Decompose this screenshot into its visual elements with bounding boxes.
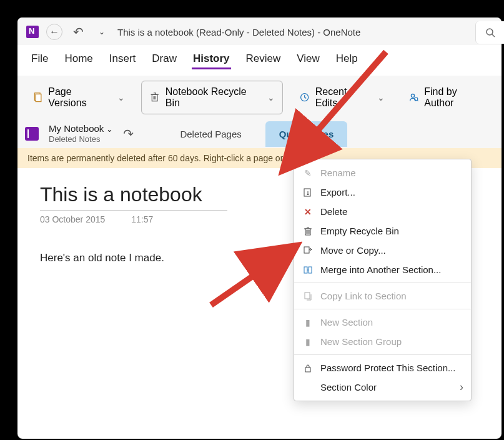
trash-icon xyxy=(149,92,160,103)
find-by-author-button[interactable]: Find by Author xyxy=(401,81,494,114)
find-author-label: Find by Author xyxy=(424,86,487,109)
menu-insert[interactable]: Insert xyxy=(108,51,137,69)
notebook-selector[interactable]: My Notebook Deleted Notes xyxy=(49,123,113,144)
notebook-name: My Notebook xyxy=(49,123,113,134)
search-icon xyxy=(485,28,495,38)
section-context-menu: ✎ Rename Export... ✕ Delete Empty Recycl… xyxy=(294,159,472,401)
color-icon xyxy=(303,382,313,392)
onenote-window: ← ↶ ⌄ This is a notebook (Read-Only - De… xyxy=(17,18,502,439)
svg-rect-12 xyxy=(305,368,310,372)
ctx-rename: ✎ Rename xyxy=(294,163,471,182)
annotation-arrow-2 xyxy=(205,242,305,320)
ctx-export[interactable]: Export... xyxy=(294,182,471,202)
rename-icon: ✎ xyxy=(303,168,313,178)
page-time: 11:57 xyxy=(131,214,153,224)
ctx-new-section: ▮ New Section xyxy=(294,312,471,332)
export-icon xyxy=(303,188,313,198)
page-versions-button[interactable]: Page Versions xyxy=(25,81,132,114)
find-author-icon xyxy=(408,92,419,103)
menu-home[interactable]: Home xyxy=(63,51,94,69)
ctx-new-section-group: ▮ New Section Group xyxy=(294,332,471,351)
separator xyxy=(294,282,471,283)
svg-line-16 xyxy=(211,249,292,305)
svg-rect-1 xyxy=(36,94,41,101)
tab-deleted-pages[interactable]: Deleted Pages xyxy=(166,121,255,147)
banner-text: Items are permanently deleted after 60 d… xyxy=(27,153,283,163)
svg-rect-6 xyxy=(304,189,310,196)
svg-point-4 xyxy=(411,94,414,97)
notebook-bar: My Notebook Deleted Notes ↶ Deleted Page… xyxy=(17,119,502,148)
undo-button[interactable]: ↶ xyxy=(70,24,86,40)
trash-icon xyxy=(303,226,313,236)
page-title[interactable]: This is a notebook xyxy=(40,183,227,211)
notebook-sub: Deleted Notes xyxy=(49,134,113,144)
menu-review[interactable]: Review xyxy=(245,51,282,69)
ctx-delete[interactable]: ✕ Delete xyxy=(294,202,471,221)
search-button[interactable] xyxy=(475,21,504,44)
ctx-copy-link: Copy Link to Section xyxy=(294,286,471,306)
recycle-bin-button[interactable]: Notebook Recycle Bin xyxy=(141,81,283,114)
window-title: This is a notebook (Read-Only - Deleted … xyxy=(117,27,360,38)
svg-rect-11 xyxy=(305,292,310,299)
titlebar: ← ↶ ⌄ This is a notebook (Read-Only - De… xyxy=(17,18,502,45)
ctx-empty-recycle-bin[interactable]: Empty Recycle Bin xyxy=(294,221,471,241)
recycle-bin-label: Notebook Recycle Bin xyxy=(166,86,260,109)
svg-rect-8 xyxy=(304,247,309,253)
menu-file[interactable]: File xyxy=(30,51,49,69)
customize-qat-button[interactable]: ⌄ xyxy=(94,24,110,40)
menubar: File Home Insert Draw History Review Vie… xyxy=(17,45,502,76)
nav-back-icon[interactable]: ↶ xyxy=(123,126,134,141)
separator xyxy=(294,309,471,309)
notebook-icon xyxy=(25,127,39,141)
page-versions-label: Page Versions xyxy=(48,86,110,109)
page-date: 03 October 2015 xyxy=(40,214,105,224)
ctx-section-color[interactable]: Section Color xyxy=(294,378,471,397)
delete-icon: ✕ xyxy=(303,207,313,217)
onenote-app-icon xyxy=(26,26,39,38)
svg-point-17 xyxy=(487,29,493,35)
svg-rect-10 xyxy=(309,267,312,273)
lock-icon xyxy=(303,363,313,373)
separator xyxy=(294,354,471,355)
page-versions-icon xyxy=(32,92,43,103)
history-toolbar: Page Versions Notebook Recycle Bin Recen… xyxy=(17,76,502,119)
menu-draw[interactable]: Draw xyxy=(151,51,178,69)
ctx-move-or-copy[interactable]: Move or Copy... xyxy=(294,241,471,260)
back-button[interactable]: ← xyxy=(46,24,62,40)
svg-line-14 xyxy=(311,52,386,138)
ctx-merge-section[interactable]: Merge into Another Section... xyxy=(294,260,471,279)
section-group-icon: ▮ xyxy=(303,337,313,347)
annotation-arrow-1 xyxy=(299,46,398,154)
menu-history[interactable]: History xyxy=(192,51,231,69)
ctx-password-protect[interactable]: Password Protect This Section... xyxy=(294,358,471,378)
